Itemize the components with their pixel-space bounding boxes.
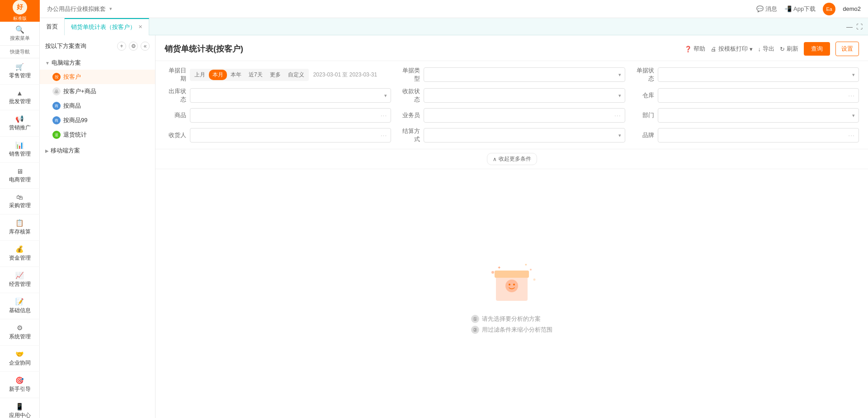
staff-label: 业务员: [398, 111, 424, 119]
sidebar-item-inventory[interactable]: 📋 库存核算: [0, 214, 40, 241]
sidebar-item-ecommerce[interactable]: 🖥 电商管理: [0, 163, 40, 189]
refresh-button[interactable]: ↻ 刷新: [780, 45, 798, 53]
sidebar-label: 基础信息: [9, 307, 31, 314]
product-input[interactable]: ···: [190, 108, 391, 123]
settlement-input[interactable]: ▾: [424, 128, 625, 142]
tree-group-mobile-label[interactable]: ▶ 移动端方案: [40, 144, 155, 157]
settings-scheme-button[interactable]: ⚙: [129, 42, 138, 51]
sidebar-item-sales[interactable]: 📊 销售管理: [0, 137, 40, 163]
tree-section: ▼ 电脑端方案 按 按客户 品 按客户+商品 商 按商品: [40, 55, 155, 158]
svg-point-2: [491, 271, 494, 274]
page-header: 销货单统计表(按客户) ❓ 帮助 🖨 按模板打印 ▾ ↓ 导出: [156, 35, 868, 61]
department-label: 部门: [632, 111, 658, 119]
staff-input[interactable]: ···: [424, 108, 625, 123]
print-button[interactable]: 🖨 按模板打印 ▾: [711, 45, 753, 53]
order-status-label: 单据状态: [632, 66, 658, 83]
tab-home[interactable]: 首页: [40, 18, 65, 35]
sidebar-item-system[interactable]: ⚙ 系统管理: [0, 319, 40, 346]
empty-svg: ✦ ✦: [485, 253, 539, 308]
avatar-initials: Ea: [826, 6, 832, 12]
sidebar: 好 标准版 🔍 搜索菜单 快捷导航 🛒 零售管理 ▲ 批发管理 📢 营销推广 📊…: [0, 0, 40, 418]
order-status-input[interactable]: ▾: [658, 67, 859, 82]
tree-item-by-product[interactable]: 商 按商品: [40, 99, 155, 113]
date-tab-this-month[interactable]: 本月: [209, 70, 227, 80]
sidebar-item-finance[interactable]: 💰 资金管理: [0, 241, 40, 267]
sidebar-label: 系统管理: [9, 333, 31, 341]
help-button[interactable]: ❓ 帮助: [684, 45, 705, 53]
logo-text: 标准版: [13, 15, 27, 22]
sidebar-item-enterprise[interactable]: 🤝 企业协同: [0, 346, 40, 372]
receiver-input[interactable]: ···: [190, 128, 391, 142]
minimize-icon[interactable]: —: [846, 23, 853, 30]
user-name[interactable]: demo2: [843, 5, 861, 12]
add-scheme-button[interactable]: +: [117, 42, 126, 51]
print-label: 按模板打印: [718, 45, 748, 53]
receiver-dots: ···: [381, 132, 387, 139]
print-dropdown-icon[interactable]: ▾: [750, 46, 753, 52]
app-download-button[interactable]: 📲 App下载: [784, 5, 816, 13]
tab-home-label: 首页: [46, 23, 58, 31]
sidebar-item-quick-nav[interactable]: 快捷导航: [0, 46, 40, 58]
ecommerce-icon: 🖥: [16, 167, 23, 175]
warehouse-input[interactable]: ···: [658, 88, 859, 103]
sales-icon: 📊: [15, 141, 24, 149]
refresh-label: 刷新: [787, 45, 798, 53]
date-tab-more[interactable]: 更多: [266, 70, 284, 80]
sidebar-item-basic-info[interactable]: 📝 基础信息: [0, 293, 40, 319]
date-tab-custom[interactable]: 自定义: [284, 70, 308, 80]
sidebar-label: 库存核算: [9, 228, 31, 236]
tab-expand-buttons: — ⛶: [846, 23, 868, 30]
tip-text-2: 用过滤条件来缩小分析范围: [482, 326, 552, 334]
close-tab-icon[interactable]: ✕: [138, 24, 142, 30]
app-download-label: App下载: [793, 5, 816, 13]
sidebar-item-app-center[interactable]: 📱 应用中心: [0, 398, 40, 418]
collapse-panel-button[interactable]: «: [141, 42, 150, 51]
left-panel-actions: + ⚙ «: [117, 42, 150, 51]
sidebar-label: 销售管理: [9, 150, 31, 158]
warehouse-label: 仓库: [632, 91, 658, 100]
tree-item-by-customer[interactable]: 按 按客户: [40, 70, 155, 84]
sidebar-item-purchase[interactable]: 🛍 采购管理: [0, 189, 40, 214]
topbar-left: 办公用品行业模拟账套 ▾: [47, 5, 112, 13]
print-icon: 🖨: [711, 46, 717, 52]
query-button[interactable]: 查询: [804, 42, 830, 56]
date-tab-last-7-days[interactable]: 近7天: [245, 70, 266, 80]
message-button[interactable]: 💬 消息: [756, 5, 777, 13]
brand-input[interactable]: ···: [658, 128, 859, 142]
sidebar-item-operations[interactable]: 📈 经营管理: [0, 267, 40, 293]
collapse-button[interactable]: ∧ 收起更多条件: [487, 153, 537, 165]
empty-illustration: ✦ ✦: [485, 253, 539, 308]
settings-button[interactable]: 设置: [835, 42, 859, 56]
tree-group-pc-label[interactable]: ▼ 电脑端方案: [40, 56, 155, 70]
tab-sales-stat[interactable]: 销货单统计表（按客户） ✕: [65, 18, 149, 35]
svg-rect-1: [495, 271, 529, 278]
order-type-label: 单据类型: [398, 66, 424, 83]
order-type-input[interactable]: ▾: [424, 67, 625, 82]
search-icon: 🔍: [15, 25, 24, 34]
sidebar-label: 采购管理: [9, 202, 31, 209]
date-tab-last-month[interactable]: 上月: [191, 70, 209, 80]
tree-item-label: 按商品: [63, 102, 81, 110]
date-tab-this-year[interactable]: 本年: [227, 70, 245, 80]
maximize-icon[interactable]: ⛶: [856, 23, 863, 30]
tree-item-by-product-99[interactable]: 商 按商品99: [40, 113, 155, 128]
ship-status-input[interactable]: ▾: [190, 88, 391, 103]
order-type-dropdown-icon: ▾: [618, 72, 621, 78]
sidebar-item-guide[interactable]: 🎯 新手引导: [0, 372, 40, 398]
tree-item-by-customer-product[interactable]: 品 按客户+商品: [40, 84, 155, 99]
tip-number-1: ①: [471, 315, 479, 323]
payment-status-input[interactable]: ▾: [424, 88, 625, 103]
page-actions: ❓ 帮助 🖨 按模板打印 ▾ ↓ 导出 ↻ 刷新: [684, 42, 859, 56]
tree-item-return-stat[interactable]: 退 退货统计: [40, 128, 155, 142]
avatar[interactable]: Ea: [823, 3, 835, 15]
sidebar-item-retail[interactable]: 🛒 零售管理: [0, 58, 40, 85]
sidebar-item-marketing[interactable]: 📢 营销推广: [0, 110, 40, 137]
export-button[interactable]: ↓ 导出: [758, 45, 775, 53]
sidebar-item-search[interactable]: 🔍 搜索菜单: [0, 22, 40, 46]
wholesale-icon: ▲: [16, 89, 23, 97]
tree-item-icon: 品: [52, 87, 61, 95]
department-input[interactable]: ▾: [658, 108, 859, 123]
sidebar-item-wholesale[interactable]: ▲ 批发管理: [0, 85, 40, 110]
logo[interactable]: 好 标准版: [0, 0, 40, 22]
app-name-dropdown-icon[interactable]: ▾: [109, 6, 112, 12]
